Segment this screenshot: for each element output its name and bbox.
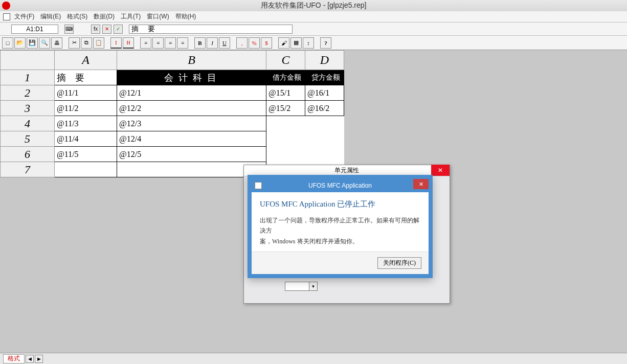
- cell[interactable]: [266, 147, 305, 162]
- cell[interactable]: [305, 131, 344, 147]
- copy-button[interactable]: ⧉: [81, 37, 92, 49]
- menu-data[interactable]: 数据(D): [94, 12, 115, 21]
- dialog-app-icon: [255, 182, 262, 189]
- row-header[interactable]: 7: [1, 162, 55, 177]
- cell[interactable]: [305, 116, 344, 131]
- insert-row-button[interactable]: H: [123, 37, 134, 49]
- cell[interactable]: [305, 147, 344, 162]
- cell[interactable]: @15/2: [266, 101, 305, 116]
- bold-button[interactable]: B: [194, 37, 206, 49]
- brush-button[interactable]: 🖌: [278, 37, 289, 49]
- row-header[interactable]: 5: [1, 131, 55, 147]
- align-left-button[interactable]: ≡: [140, 37, 151, 49]
- window-title-bar: 用友软件集团-UFO - [glpzje5.rep]: [0, 0, 627, 11]
- cell[interactable]: @11/5: [55, 147, 117, 162]
- cell-c1[interactable]: 借方金额: [266, 70, 305, 85]
- cell[interactable]: @12/4: [117, 131, 266, 147]
- cell[interactable]: @11/1: [55, 85, 117, 101]
- dialog-close-button[interactable]: ✕: [413, 179, 429, 189]
- properties-close-button[interactable]: ✕: [431, 165, 450, 176]
- formula-input[interactable]: 摘要: [129, 25, 293, 34]
- cell[interactable]: @12/3: [117, 116, 266, 131]
- cancel-formula-button[interactable]: ✕: [102, 25, 111, 34]
- accept-formula-button[interactable]: ✓: [114, 25, 123, 34]
- cell[interactable]: @12/5: [117, 147, 266, 162]
- col-header-c[interactable]: C: [266, 51, 305, 70]
- fx-button[interactable]: fx: [91, 25, 100, 34]
- cell[interactable]: @15/1: [266, 85, 305, 101]
- sheet-area: A B C D 1 摘要 会计科目 借方金额 贷方金额 2 @11/1 @12/…: [0, 50, 627, 357]
- row-header[interactable]: 4: [1, 116, 55, 131]
- cell[interactable]: [266, 116, 305, 131]
- comma-button[interactable]: ,: [236, 37, 248, 49]
- percent-button[interactable]: %: [249, 37, 260, 49]
- col-header-d[interactable]: D: [305, 51, 344, 70]
- corner-cell[interactable]: [1, 51, 55, 70]
- app-icon: [2, 2, 10, 10]
- save-button[interactable]: 💾: [27, 37, 38, 49]
- sort-button[interactable]: ↕: [303, 37, 314, 49]
- menu-bar: 文件(F) 编辑(E) 格式(S) 数据(D) 工具(T) 窗口(W) 帮助(H…: [0, 11, 627, 22]
- align-justify-button[interactable]: ≡: [177, 37, 188, 49]
- menu-tool[interactable]: 工具(T): [121, 12, 141, 21]
- currency-button[interactable]: $: [261, 37, 272, 49]
- sheet-tab-format[interactable]: 格式: [3, 354, 25, 363]
- insert-col-button[interactable]: I: [110, 37, 122, 49]
- row-header[interactable]: 6: [1, 147, 55, 162]
- print-button[interactable]: 🖶: [51, 37, 62, 49]
- cell[interactable]: @11/3: [55, 116, 117, 131]
- dialog-title: UFOS MFC Application: [308, 182, 372, 189]
- tab-nav-prev[interactable]: ◀: [26, 355, 34, 363]
- document-icon: [3, 13, 10, 20]
- menu-edit[interactable]: 编辑(E): [40, 12, 61, 21]
- new-button[interactable]: □: [2, 37, 13, 49]
- cell-reference-box[interactable]: A1:D1: [11, 25, 58, 34]
- keyboard-icon[interactable]: ⌨: [64, 25, 74, 34]
- cell[interactable]: @16/1: [305, 85, 344, 101]
- cell[interactable]: @11/4: [55, 131, 117, 147]
- sheet-tabs-bar: 格式 ◀ ▶: [0, 353, 627, 364]
- toolbar: □ 📂 💾 🔍 🖶 ✂ ⧉ 📋 I H ≡ ≡ ≡ ≡ B I U , % $ …: [0, 36, 627, 50]
- menu-format[interactable]: 格式(S): [67, 12, 87, 21]
- italic-button[interactable]: I: [207, 37, 218, 49]
- help-button[interactable]: ?: [320, 37, 331, 49]
- preview-button[interactable]: 🔍: [39, 37, 50, 49]
- row-header[interactable]: 1: [1, 70, 55, 85]
- fill-button[interactable]: ▦: [290, 37, 302, 49]
- paste-button[interactable]: 📋: [93, 37, 104, 49]
- row-header[interactable]: 3: [1, 101, 55, 116]
- col-header-a[interactable]: A: [55, 51, 117, 70]
- cut-button[interactable]: ✂: [69, 37, 80, 49]
- menu-window[interactable]: 窗口(W): [147, 12, 169, 21]
- align-right-button[interactable]: ≡: [165, 37, 176, 49]
- cell-a1[interactable]: 摘要: [55, 70, 117, 85]
- align-center-button[interactable]: ≡: [152, 37, 164, 49]
- open-button[interactable]: 📂: [14, 37, 26, 49]
- window-title: 用友软件集团-UFO - [glpzje5.rep]: [261, 1, 367, 10]
- dialog-heading: UFOS MFC Application 已停止工作: [260, 199, 420, 209]
- error-dialog: UFOS MFC Application ✕ UFOS MFC Applicat…: [248, 175, 433, 278]
- tab-nav-next[interactable]: ▶: [35, 355, 43, 363]
- line-color-combo[interactable]: ▼: [285, 282, 318, 291]
- close-program-button[interactable]: 关闭程序(C): [377, 257, 421, 269]
- cell-d1[interactable]: 贷方金额: [305, 70, 344, 85]
- cell[interactable]: @12/2: [117, 101, 266, 116]
- cell[interactable]: [55, 162, 117, 177]
- cell[interactable]: @16/2: [305, 101, 344, 116]
- menu-file[interactable]: 文件(F): [14, 12, 34, 21]
- row-header[interactable]: 2: [1, 85, 55, 101]
- spreadsheet-grid[interactable]: A B C D 1 摘要 会计科目 借方金额 贷方金额 2 @11/1 @12/…: [0, 50, 344, 177]
- cell-b1[interactable]: 会计科目: [117, 70, 266, 85]
- cell[interactable]: [266, 131, 305, 147]
- chevron-down-icon: ▼: [309, 282, 317, 290]
- menu-help[interactable]: 帮助(H): [175, 12, 196, 21]
- dialog-message-line2: 案，Windows 将关闭程序并通知你。: [260, 236, 420, 246]
- cell[interactable]: @11/2: [55, 101, 117, 116]
- formula-bar: A1:D1 ⌨ fx ✕ ✓ 摘要: [0, 22, 627, 36]
- cell[interactable]: @12/1: [117, 85, 266, 101]
- dialog-title-bar[interactable]: UFOS MFC Application ✕: [252, 179, 429, 192]
- col-header-b[interactable]: B: [117, 51, 266, 70]
- properties-title: 单元属性: [334, 166, 359, 175]
- dialog-message-line1: 出现了一个问题，导致程序停止正常工作。如果有可用的解决方: [260, 215, 420, 236]
- underline-button[interactable]: U: [219, 37, 230, 49]
